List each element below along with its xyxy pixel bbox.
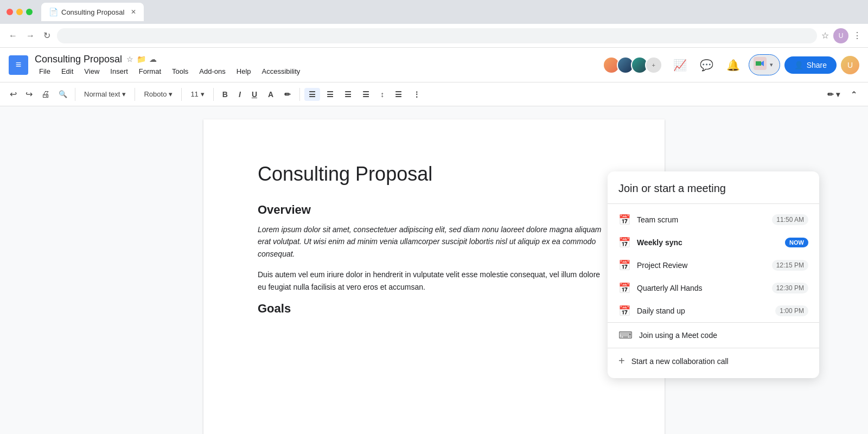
print-btn[interactable]: 🖨: [38, 87, 53, 101]
trending-icon-btn[interactable]: 📈: [669, 56, 691, 74]
event-name-1: Team scrum: [637, 215, 765, 224]
star-icon[interactable]: ☆: [126, 55, 133, 63]
share-label: Share: [807, 61, 827, 69]
text-style-dropdown[interactable]: Normal text ▾: [80, 88, 130, 100]
italic-btn[interactable]: I: [234, 88, 245, 101]
calendar-icon-5: 📅: [618, 305, 630, 317]
meet-event-project-review[interactable]: 📅 Project Review 12:15 PM: [608, 254, 819, 277]
meet-button[interactable]: ▾: [749, 54, 780, 75]
nav-menu-icon[interactable]: ⋮: [853, 30, 861, 41]
font-size-label: 11: [190, 90, 198, 98]
more-options-btn[interactable]: ⋮: [409, 88, 425, 101]
docs-title-area: Consulting Proposal ☆ 📁 ☁ File Edit View…: [35, 54, 596, 76]
separator-3: [181, 88, 182, 101]
doc-page: Consulting Proposal Overview Lorem ipsum…: [203, 119, 665, 434]
align-justify-btn[interactable]: ☰: [358, 88, 374, 101]
address-bar[interactable]: [57, 28, 817, 43]
nav-right: ☆ U ⋮: [821, 28, 861, 43]
nav-user-avatar[interactable]: U: [833, 28, 848, 43]
font-size-dropdown[interactable]: 11 ▾: [186, 88, 208, 100]
doc-main-title: Consulting Proposal: [258, 163, 610, 186]
docs-title-row: Consulting Proposal ☆ 📁 ☁: [35, 54, 596, 65]
forward-btn[interactable]: →: [24, 29, 37, 43]
header-right: + 📈 💬 🔔 ▾ 👤: [603, 54, 859, 75]
zoom-btn[interactable]: 🔍: [55, 88, 71, 100]
meet-event-weekly-sync[interactable]: 📅 Weekly sync NOW: [608, 231, 819, 254]
menu-accessibility[interactable]: Accessibility: [258, 66, 305, 76]
collapse-panel-btn[interactable]: ⌃: [846, 88, 861, 101]
cloud-icon[interactable]: ☁: [149, 55, 157, 63]
bookmark-icon[interactable]: ☆: [821, 30, 829, 41]
minimize-window-btn[interactable]: [16, 9, 23, 15]
active-tab[interactable]: 📄 Consulting Proposal ✕: [41, 3, 144, 21]
meet-event-quarterly[interactable]: 📅 Quarterly All Hands 12:30 PM: [608, 277, 819, 299]
highlight-btn[interactable]: ✏: [280, 88, 295, 101]
back-btn[interactable]: ←: [7, 29, 20, 43]
doc-area: Consulting Proposal Overview Lorem ipsum…: [0, 106, 868, 434]
docs-menu: File Edit View Insert Format Tools Add-o…: [35, 66, 596, 76]
align-center-btn[interactable]: ☰: [322, 88, 338, 101]
calendar-icon-4: 📅: [618, 282, 630, 294]
bold-btn[interactable]: B: [218, 88, 232, 101]
line-spacing-btn[interactable]: ↕: [376, 88, 388, 101]
underline-btn[interactable]: U: [247, 88, 261, 101]
tab-title: Consulting Proposal: [61, 8, 124, 16]
collaborators-group: +: [603, 56, 662, 74]
maximize-window-btn[interactable]: [26, 9, 33, 15]
traffic-lights: [7, 9, 33, 15]
align-right-btn[interactable]: ☰: [340, 88, 356, 101]
separator-4: [213, 88, 214, 101]
folder-icon[interactable]: 📁: [137, 55, 146, 63]
meet-join-code-action[interactable]: ⌨ Join using a Meet code: [608, 322, 819, 348]
comment-icon-btn[interactable]: 💬: [695, 56, 718, 74]
menu-insert[interactable]: Insert: [106, 66, 132, 76]
doc-para2: Duis autem vel eum iriure dolor in hendr…: [258, 269, 610, 293]
bullets-btn[interactable]: ☰: [391, 88, 406, 101]
docs-header: ≡ Consulting Proposal ☆ 📁 ☁ File Edit Vi…: [0, 48, 868, 82]
close-window-btn[interactable]: [7, 9, 13, 15]
text-color-btn[interactable]: A: [264, 88, 278, 101]
notification-icon-btn[interactable]: 🔔: [722, 56, 744, 74]
redo-btn[interactable]: ↪: [22, 87, 36, 101]
menu-help[interactable]: Help: [232, 66, 256, 76]
calendar-icon-1: 📅: [618, 214, 630, 226]
menu-file[interactable]: File: [35, 66, 55, 76]
meet-popup: Join or start a meeting 📅 Team scrum 11:…: [608, 171, 819, 378]
edit-mode-btn[interactable]: ✏ ▾: [823, 88, 844, 101]
calendar-icon-2: 📅: [618, 237, 630, 248]
separator-1: [75, 88, 75, 101]
user-avatar-header[interactable]: U: [841, 56, 859, 74]
meet-popup-divider: [608, 203, 819, 204]
text-style-arrow: ▾: [122, 90, 126, 98]
menu-tools[interactable]: Tools: [168, 66, 193, 76]
meet-new-call-action[interactable]: + Start a new collaboration call: [608, 348, 819, 374]
share-button[interactable]: 👤 Share: [784, 56, 837, 74]
menu-edit[interactable]: Edit: [57, 66, 78, 76]
menu-format[interactable]: Format: [135, 66, 165, 76]
meet-event-team-scrum[interactable]: 📅 Team scrum 11:50 AM: [608, 208, 819, 231]
menu-addons[interactable]: Add-ons: [195, 66, 229, 76]
align-left-btn[interactable]: ☰: [304, 88, 320, 101]
meet-event-daily-standup[interactable]: 📅 Daily stand up 1:00 PM: [608, 299, 819, 322]
menu-view[interactable]: View: [80, 66, 104, 76]
meet-popup-title: Join or start a meeting: [608, 182, 819, 203]
doc-section2-heading: Goals: [258, 302, 610, 316]
event-name-3: Project Review: [637, 261, 765, 270]
event-now-badge: NOW: [785, 238, 808, 247]
font-size-arrow: ▾: [201, 90, 205, 98]
tab-close-btn[interactable]: ✕: [131, 8, 136, 16]
browser-chrome: 📄 Consulting Proposal ✕: [0, 0, 868, 24]
plus-icon: +: [618, 355, 625, 367]
collab-avatar-extra: +: [645, 56, 662, 74]
meet-dropdown-arrow: ▾: [770, 61, 773, 68]
event-time-4: 12:30 PM: [772, 283, 808, 293]
separator-5: [299, 88, 300, 101]
font-dropdown[interactable]: Roboto ▾: [139, 88, 177, 100]
refresh-btn[interactable]: ↻: [41, 28, 53, 43]
join-code-label: Join using a Meet code: [639, 331, 717, 340]
undo-btn[interactable]: ↩: [7, 87, 20, 101]
keyboard-icon: ⌨: [618, 329, 633, 341]
font-arrow: ▾: [169, 90, 173, 98]
nav-bar: ← → ↻ ☆ U ⋮: [0, 24, 868, 48]
doc-para1: Lorem ipsum dolor sit amet, consectetuer…: [258, 224, 610, 260]
